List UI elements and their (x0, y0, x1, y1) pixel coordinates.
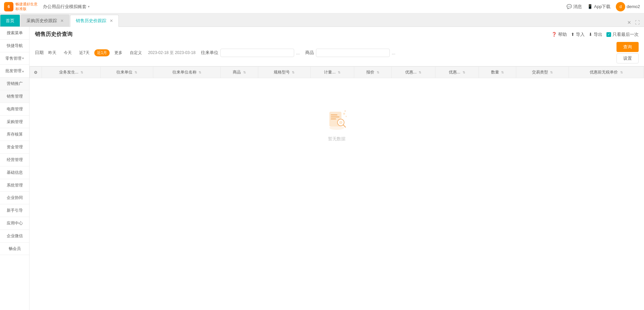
topbar: 6 畅捷通好生意 标准版 办公用品行业模拟账套 ▾ 💬 消息 📱 App下载 d… (0, 0, 644, 13)
sort-icon: ⇅ (419, 70, 421, 74)
sort-icon: ⇅ (292, 70, 294, 74)
sidebar-item-sales-mgmt[interactable]: 销售管理 (0, 90, 29, 103)
svg-rect-2 (331, 114, 337, 115)
only-last-checkbox-label[interactable]: ✓ 只看最后一次 (606, 32, 639, 38)
tab-sales-history-close[interactable]: ✕ (110, 18, 113, 23)
page-title: 销售历史价查询 (35, 31, 72, 38)
tab-home-label: 首页 (6, 18, 14, 24)
th-price[interactable]: 报价 ⇅ (354, 67, 391, 78)
gear-icon[interactable]: ⚙ (33, 70, 38, 75)
tab-purchase-history[interactable]: 采购历史价跟踪 ✕ (21, 14, 69, 27)
th-goods[interactable]: 商品 ⇅ (221, 67, 258, 78)
th-unit[interactable]: 计量... ⇅ (311, 67, 354, 78)
logo-icon: 6 (4, 2, 13, 11)
partner-input[interactable] (220, 49, 294, 57)
query-settings: 查询 设置 (616, 42, 639, 63)
date-range-text: 2023-02-18 至 2023-03-18 (148, 50, 195, 56)
date-btn-custom[interactable]: 自定义 (127, 49, 145, 56)
message-icon: 💬 (567, 4, 572, 9)
user-menu[interactable]: d demo2 (616, 2, 640, 11)
th-trade-type[interactable]: 交易类型 ⇅ (516, 67, 569, 78)
window-controls: ✕ ⛶ (627, 20, 644, 27)
goods-input[interactable] (316, 49, 390, 57)
svg-rect-3 (331, 116, 339, 117)
th-partner-code[interactable]: 往来单位 ⇅ (101, 67, 153, 78)
tab-purchase-history-close[interactable]: ✕ (60, 18, 64, 23)
logo-text: 畅捷通好生意 标准版 (15, 2, 38, 11)
sort-icon: ⇅ (501, 70, 504, 74)
chevron-down-icon: ▾ (88, 5, 90, 8)
th-partner-name[interactable]: 往来单位名称 ⇅ (153, 67, 221, 78)
user-name: demo2 (627, 4, 640, 9)
sort-icon: ⇅ (80, 70, 83, 74)
chevron-down-icon: ▾ (22, 56, 24, 61)
sidebar-item-basic-info[interactable]: 基础信息 (0, 166, 29, 179)
sidebar-item-app-center[interactable]: 应用中心 (0, 217, 29, 230)
app-selector[interactable]: 办公用品行业模拟账套 ▾ (40, 2, 92, 11)
app-download-button[interactable]: 📱 App下载 (587, 4, 610, 10)
window-close-button[interactable]: ✕ (627, 20, 632, 25)
th-qty[interactable]: 数量 ⇅ (479, 67, 516, 78)
help-button[interactable]: ❓ 帮助 (551, 32, 567, 38)
sidebar-item-inventory[interactable]: 库存核算 (0, 128, 29, 141)
date-btn-yesterday[interactable]: 昨天 (46, 49, 59, 56)
partner-dots-button[interactable]: ... (296, 50, 300, 55)
th-spec[interactable]: 规格型号 ⇅ (258, 67, 310, 78)
sidebar-item-search-menu[interactable]: 搜索菜单 (0, 27, 29, 40)
sidebar-item-enterprise-wechat[interactable]: 企业微信 (0, 230, 29, 243)
topbar-right: 💬 消息 📱 App下载 d demo2 (567, 2, 640, 11)
th-settings[interactable]: ⚙ (30, 67, 42, 78)
avatar: d (616, 2, 625, 11)
svg-point-8 (343, 113, 345, 115)
tab-home[interactable]: 首页 (0, 14, 20, 27)
sidebar-item-wholesale-mgmt[interactable]: 批发管理 ▴ (0, 65, 29, 78)
sidebar-item-new-guide[interactable]: 新手引导 (0, 204, 29, 217)
partner-filter-label: 往来单位 (201, 50, 218, 56)
sidebar-item-vip[interactable]: 畅会员 (0, 243, 29, 255)
sidebar-item-marketing[interactable]: 营销推广 (0, 78, 29, 90)
empty-state-text: 暂无数据 (328, 136, 345, 142)
app-name: 办公用品行业模拟账套 (43, 4, 87, 10)
import-icon: ⬆ (571, 32, 575, 37)
date-btn-1month[interactable]: 近1月 (94, 49, 110, 56)
data-table: ⚙ 业务发生... ⇅ 往来单位 ⇅ 往来单位名称 ⇅ (30, 66, 644, 169)
messages-button[interactable]: 💬 消息 (567, 4, 582, 10)
sort-icon: ⇅ (620, 70, 623, 74)
date-btn-more[interactable]: 更多 (112, 49, 125, 56)
sidebar-item-system-mgmt[interactable]: 系统管理 (0, 179, 29, 192)
th-discount1[interactable]: 优惠... ⇅ (391, 67, 435, 78)
export-button[interactable]: ⬇ 导出 (589, 32, 602, 38)
th-biz-date[interactable]: 业务发生... ⇅ (42, 67, 101, 78)
sort-icon: ⇅ (243, 70, 246, 74)
page-title-row: 销售历史价查询 ❓ 帮助 ⬆ 导入 ⬇ 导出 ✓ (35, 31, 639, 38)
svg-point-9 (345, 116, 347, 117)
table-area: ⚙ 业务发生... ⇅ 往来单位 ⇅ 往来单位名称 ⇅ (30, 66, 644, 310)
sidebar-item-retail-mgmt[interactable]: 零售管理 ▾ (0, 52, 29, 65)
sort-icon: ⇅ (338, 70, 340, 74)
download-icon: 📱 (587, 4, 593, 9)
page-actions: ❓ 帮助 ⬆ 导入 ⬇ 导出 ✓ 只看最后一次 (551, 32, 639, 38)
query-button[interactable]: 查询 (616, 42, 639, 52)
date-btn-7days[interactable]: 近7天 (76, 49, 92, 56)
checkbox-checked-icon: ✓ (606, 32, 611, 37)
import-button[interactable]: ⬆ 导入 (571, 32, 585, 38)
tabbar: 首页 采购历史价跟踪 ✕ 销售历史价跟踪 ✕ ✕ ⛶ (0, 13, 644, 27)
tab-sales-history[interactable]: 销售历史价跟踪 ✕ (70, 15, 119, 27)
content-area: 销售历史价查询 ❓ 帮助 ⬆ 导入 ⬇ 导出 ✓ (30, 27, 644, 310)
goods-dots-button[interactable]: ... (392, 50, 395, 55)
th-discount2[interactable]: 优惠... ⇅ (435, 67, 479, 78)
table-header-row: ⚙ 业务发生... ⇅ 往来单位 ⇅ 往来单位名称 ⇅ (30, 67, 644, 78)
sidebar-item-ecommerce-mgmt[interactable]: 电商管理 (0, 103, 29, 116)
sidebar-item-purchase-mgmt[interactable]: 采购管理 (0, 116, 29, 128)
date-btn-today[interactable]: 今天 (61, 49, 74, 56)
settings-button[interactable]: 设置 (616, 53, 639, 63)
th-pre-tax-price[interactable]: 优惠前无税单价 ⇅ (569, 67, 644, 78)
window-maximize-button[interactable]: ⛶ (635, 20, 640, 25)
svg-rect-4 (331, 118, 336, 119)
goods-filter-group: 商品 ... (305, 49, 395, 57)
sidebar-item-quick-nav[interactable]: 快捷导航 (0, 40, 29, 52)
sidebar-item-finance-mgmt[interactable]: 资金管理 (0, 141, 29, 154)
sidebar-item-enterprise-collab[interactable]: 企业协同 (0, 192, 29, 204)
sort-icon: ⇅ (135, 70, 137, 74)
sidebar-item-operations-mgmt[interactable]: 经营管理 (0, 154, 29, 166)
